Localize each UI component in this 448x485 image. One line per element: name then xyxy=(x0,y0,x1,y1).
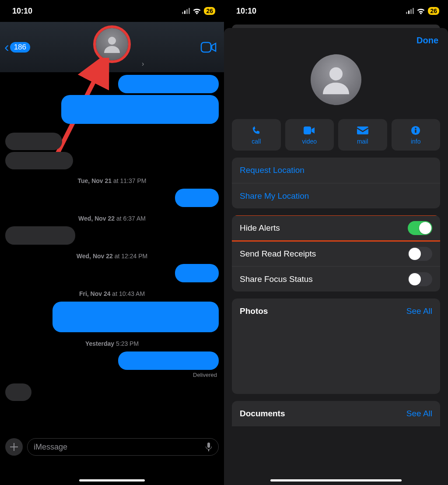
input-placeholder: iMessage xyxy=(34,443,67,452)
focus-status-toggle[interactable] xyxy=(408,272,432,286)
date-separator: Tue, Nov 21 at 11:37 PM xyxy=(5,177,219,184)
message-bubble-sent[interactable] xyxy=(118,75,219,93)
message-bubble-sent[interactable] xyxy=(61,95,219,124)
hide-alerts-toggle[interactable] xyxy=(408,221,432,235)
message-bubble-received[interactable] xyxy=(5,152,73,169)
status-bar: 10:10 26 xyxy=(224,0,448,22)
message-bubble-sent[interactable] xyxy=(175,189,219,207)
svg-rect-1 xyxy=(201,42,211,52)
person-icon xyxy=(318,62,354,97)
see-all-documents-link[interactable]: See All xyxy=(406,409,432,418)
message-bubble-received[interactable] xyxy=(5,133,62,150)
hide-alerts-row[interactable]: Hide Alerts xyxy=(232,215,440,241)
mail-button[interactable]: mail xyxy=(338,119,387,151)
mail-icon xyxy=(357,127,368,134)
chat-header: ‹ 186 › xyxy=(0,22,224,72)
messages-list[interactable]: Tue, Nov 21 at 11:37 PM Wed, Nov 22 at 6… xyxy=(0,72,224,424)
person-icon xyxy=(102,34,122,55)
svg-point-0 xyxy=(108,37,116,45)
back-button[interactable]: ‹ 186 xyxy=(4,39,30,55)
svg-rect-2 xyxy=(207,443,210,448)
home-indicator[interactable] xyxy=(270,479,402,481)
plus-icon xyxy=(10,443,18,451)
wifi-icon xyxy=(192,8,201,14)
message-input[interactable]: iMessage xyxy=(27,438,219,456)
contact-avatar[interactable] xyxy=(96,28,128,60)
message-bubble-sent[interactable] xyxy=(175,264,219,282)
message-bubble-sent[interactable] xyxy=(52,302,219,332)
home-indicator[interactable] xyxy=(79,479,145,481)
contact-actions: call video mail info xyxy=(224,119,448,151)
plus-button[interactable] xyxy=(5,438,23,456)
facetime-video-icon[interactable] xyxy=(200,42,217,53)
status-icons: 26 xyxy=(406,7,439,15)
photos-grid[interactable] xyxy=(232,324,440,394)
microphone-icon[interactable] xyxy=(205,442,212,452)
video-icon xyxy=(304,127,315,134)
svg-point-6 xyxy=(415,128,416,130)
date-separator: Wed, Nov 22 at 12:24 PM xyxy=(5,253,219,260)
chevron-right-icon: › xyxy=(142,60,144,68)
message-bubble-sent[interactable] xyxy=(118,351,219,370)
sheet-toolbar: Done xyxy=(224,28,448,53)
battery-indicator: 26 xyxy=(428,7,439,15)
contact-avatar-large[interactable] xyxy=(311,54,361,105)
contact-details-screen: 10:10 26 Done call video mail xyxy=(224,0,448,485)
location-group: Request Location Share My Location xyxy=(232,158,440,208)
phone-icon xyxy=(252,126,261,135)
message-bubble-received[interactable] xyxy=(5,383,32,401)
status-time: 10:10 xyxy=(236,7,256,16)
svg-rect-4 xyxy=(304,127,311,134)
request-location-row[interactable]: Request Location xyxy=(232,158,440,183)
cellular-signal-icon xyxy=(182,8,190,14)
battery-indicator: 26 xyxy=(204,7,215,15)
documents-group: Documents See All xyxy=(232,401,440,426)
share-focus-status-row[interactable]: Share Focus Status xyxy=(232,266,440,292)
date-separator: Yesterday 5:23 PM xyxy=(5,340,219,347)
info-icon xyxy=(411,126,420,135)
alerts-group: Hide Alerts Send Read Receipts Share Foc… xyxy=(232,215,440,292)
details-sheet: Done call video mail info xyxy=(224,28,448,485)
svg-point-3 xyxy=(329,67,343,81)
send-read-receipts-row[interactable]: Send Read Receipts xyxy=(232,241,440,266)
status-time: 10:10 xyxy=(12,7,32,16)
unread-badge: 186 xyxy=(10,42,30,53)
documents-header-row[interactable]: Documents See All xyxy=(232,401,440,426)
done-button[interactable]: Done xyxy=(416,35,438,46)
svg-rect-7 xyxy=(415,130,416,133)
chevron-left-icon: ‹ xyxy=(4,39,9,55)
status-icons: 26 xyxy=(182,7,215,15)
date-separator: Fri, Nov 24 at 10:43 AM xyxy=(5,290,219,297)
photos-group: Photos See All xyxy=(232,299,440,394)
see-all-photos-link[interactable]: See All xyxy=(406,306,432,316)
message-bubble-received[interactable] xyxy=(5,226,75,245)
delivered-label: Delivered xyxy=(5,372,219,378)
date-separator: Wed, Nov 22 at 6:37 AM xyxy=(5,215,219,222)
wifi-icon xyxy=(416,8,425,14)
read-receipts-toggle[interactable] xyxy=(408,247,432,261)
compose-bar: iMessage xyxy=(0,434,224,460)
info-button[interactable]: info xyxy=(392,119,441,151)
call-button[interactable]: call xyxy=(232,119,281,151)
cellular-signal-icon xyxy=(406,8,414,14)
share-location-row[interactable]: Share My Location xyxy=(232,183,440,208)
messages-thread-screen: 10:10 26 ‹ 186 › Tue, Nov 21 at 11:37 PM… xyxy=(0,0,224,485)
status-bar: 10:10 26 xyxy=(0,0,224,22)
video-button[interactable]: video xyxy=(285,119,334,151)
photos-header-row[interactable]: Photos See All xyxy=(232,299,440,324)
